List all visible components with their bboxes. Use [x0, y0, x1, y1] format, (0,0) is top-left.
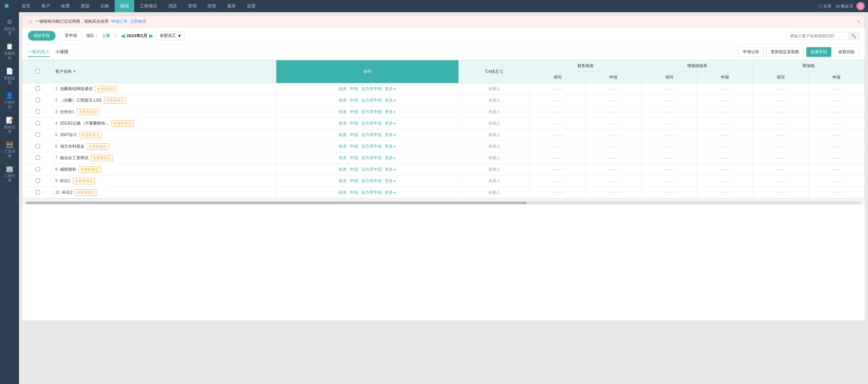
- client-name-text[interactable]: 合伙社1: [60, 109, 75, 114]
- sidebar-item-tax-overview[interactable]: 📄 报税总览: [1, 65, 18, 87]
- op-more[interactable]: 更多▼: [385, 121, 396, 126]
- op-set-zero[interactable]: 设为零申报: [361, 86, 382, 91]
- user-avatar[interactable]: U: [856, 2, 865, 10]
- op-more[interactable]: 更多▼: [385, 144, 396, 149]
- row-checkbox-cell[interactable]: [23, 118, 53, 129]
- row-checkbox[interactable]: [36, 178, 40, 183]
- banner-link2[interactable]: 立即购买: [130, 19, 146, 24]
- row-checkbox[interactable]: [36, 121, 40, 125]
- sidebar-item-batch-tax[interactable]: 📋 批量报税: [1, 40, 18, 63]
- op-more[interactable]: 更多▼: [385, 132, 396, 137]
- op-declare[interactable]: 申报: [350, 144, 358, 149]
- nav-home[interactable]: 首页: [16, 0, 36, 12]
- batch-declaration-btn[interactable]: 批量申报: [806, 47, 831, 57]
- op-tax-form[interactable]: 税表: [339, 144, 347, 149]
- prev-month-btn[interactable]: ◀: [121, 33, 125, 39]
- row-checkbox[interactable]: [36, 167, 40, 171]
- op-declare[interactable]: 申报: [350, 132, 358, 137]
- op-set-zero[interactable]: 设为零申报: [361, 167, 382, 172]
- client-name-text[interactable]: 2013日记账（不要删除给...: [60, 121, 109, 126]
- op-set-zero[interactable]: 设为零申报: [361, 98, 382, 103]
- row-checkbox-cell[interactable]: [23, 187, 53, 198]
- op-tax-form[interactable]: 税表: [339, 98, 347, 103]
- op-declare[interactable]: 申报: [350, 121, 358, 126]
- op-more[interactable]: 更多▼: [385, 86, 396, 91]
- op-more[interactable]: 更多▼: [385, 178, 396, 183]
- op-more[interactable]: 更多▼: [385, 155, 396, 160]
- select-all-checkbox[interactable]: [36, 69, 40, 73]
- op-declare[interactable]: 申报: [350, 98, 358, 103]
- nav-business[interactable]: 工商项目: [134, 0, 163, 12]
- op-more[interactable]: 更多▼: [385, 98, 396, 103]
- row-checkbox-cell[interactable]: [23, 152, 53, 164]
- op-set-zero[interactable]: 设为零申报: [361, 144, 382, 149]
- tab-small-scale[interactable]: 小规模: [55, 47, 68, 57]
- sidebar-item-annual-report[interactable]: 🏢 工商年报: [1, 163, 18, 185]
- client-name-text[interactable]: 科目2: [62, 190, 73, 195]
- client-name-text[interactable]: 2007会计: [60, 132, 77, 137]
- op-tax-form[interactable]: 税表: [339, 109, 347, 114]
- op-declare[interactable]: 申报: [350, 86, 358, 91]
- op-tax-form[interactable]: 税表: [339, 132, 347, 137]
- nav-invoice[interactable]: 票据: [75, 0, 95, 12]
- nav-operation[interactable]: 经营: [202, 0, 222, 12]
- nav-settings[interactable]: 设置: [241, 0, 261, 12]
- nav-client[interactable]: 客户: [36, 0, 56, 12]
- nav-tax[interactable]: 报税: [115, 0, 134, 12]
- th-select-all[interactable]: [23, 60, 53, 83]
- client-name-text[interactable]: 地方水利基金: [60, 144, 84, 149]
- vip-btn[interactable]: 📹 畅会员: [835, 3, 853, 9]
- next-month-btn[interactable]: ▶: [149, 33, 153, 39]
- op-set-zero[interactable]: 设为零申报: [361, 190, 382, 195]
- op-set-zero[interactable]: 设为零申报: [361, 109, 382, 114]
- row-checkbox[interactable]: [36, 86, 40, 91]
- op-declare[interactable]: 申报: [350, 178, 358, 183]
- op-declare[interactable]: 申报: [350, 167, 358, 172]
- nav-service[interactable]: 服务: [222, 0, 241, 12]
- update-tax-btn[interactable]: 更新税定及取数: [766, 47, 804, 57]
- op-more[interactable]: 更多▼: [385, 190, 396, 195]
- row-checkbox-cell[interactable]: [23, 106, 53, 118]
- op-declare[interactable]: 申报: [350, 109, 358, 114]
- tab-tax-declaration[interactable]: 税款申报: [28, 31, 56, 41]
- op-set-zero[interactable]: 设为零申报: [361, 132, 382, 137]
- row-checkbox-cell[interactable]: [23, 141, 53, 152]
- op-tax-form[interactable]: 税表: [339, 167, 347, 172]
- op-more[interactable]: 更多▼: [385, 167, 396, 172]
- nav-fee[interactable]: 收费: [56, 0, 75, 12]
- client-name-text[interactable]: 辅助期初: [60, 167, 76, 172]
- department-select[interactable]: 全部员工 ▼: [157, 31, 184, 40]
- banner-close-btn[interactable]: ✕: [857, 19, 860, 24]
- row-checkbox[interactable]: [36, 132, 40, 137]
- nav-manage[interactable]: 管理: [182, 0, 202, 12]
- client-name-text[interactable]: 杨仙女工资商试: [60, 155, 88, 160]
- op-declare[interactable]: 申报: [350, 155, 358, 160]
- op-set-zero[interactable]: 设为零申报: [361, 178, 382, 183]
- client-name-text[interactable]: 科目1: [60, 178, 71, 183]
- op-set-zero[interactable]: 设为零申报: [361, 155, 382, 160]
- op-declare[interactable]: 申报: [350, 190, 358, 195]
- op-tax-form[interactable]: 税表: [339, 121, 347, 126]
- tab-zero-declaration[interactable]: 零申报: [59, 31, 83, 41]
- declaration-records-btn[interactable]: 申报记录: [738, 47, 764, 57]
- op-more[interactable]: 更多▼: [385, 109, 396, 114]
- nav-bookkeeping[interactable]: 记账: [95, 0, 115, 12]
- row-checkbox-cell[interactable]: [23, 129, 53, 141]
- row-checkbox[interactable]: [36, 109, 40, 114]
- search-button[interactable]: 🔍: [848, 32, 859, 40]
- row-checkbox[interactable]: [36, 190, 40, 194]
- fullscreen-btn[interactable]: ▢ 全屏: [818, 3, 831, 9]
- nav-messages[interactable]: 消息: [163, 0, 182, 12]
- sort-icon[interactable]: ▼: [73, 69, 77, 74]
- row-checkbox-cell[interactable]: [23, 83, 53, 95]
- op-set-zero[interactable]: 设为零申报: [361, 121, 382, 126]
- sidebar-item-tax-settings[interactable]: ⚙ 报税设置: [1, 16, 18, 38]
- sidebar-item-settlement[interactable]: 🧮 汇算清缴: [1, 138, 18, 161]
- retrieve-receipt-btn[interactable]: 收取回执: [834, 47, 859, 57]
- row-checkbox[interactable]: [36, 155, 40, 160]
- op-tax-form[interactable]: 税表: [339, 86, 347, 91]
- banner-link1[interactable]: 申报汇率: [111, 19, 127, 24]
- sidebar-item-tax-records[interactable]: 📝 报税记录: [1, 114, 18, 136]
- row-checkbox[interactable]: [36, 98, 40, 102]
- op-tax-form[interactable]: 税表: [339, 155, 347, 160]
